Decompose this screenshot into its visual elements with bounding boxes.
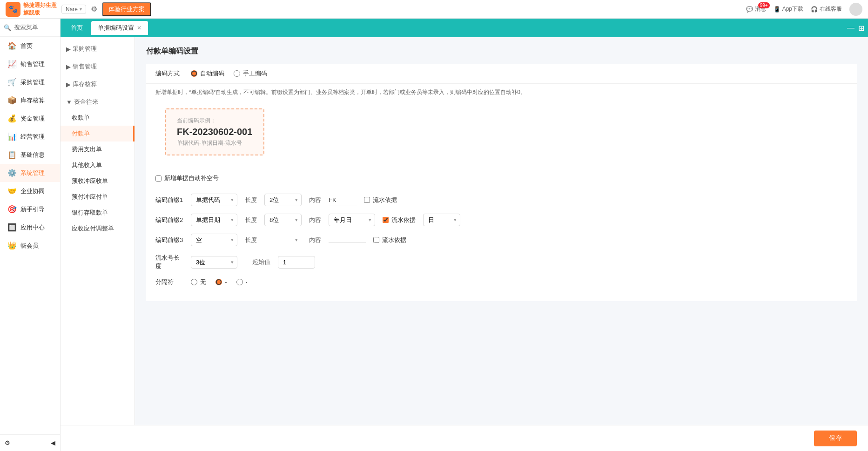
serial-length-select[interactable]: 3位 — [191, 256, 237, 269]
chevron-right-icon: ▶ — [66, 46, 71, 53]
prefix2-select-wrapper: 单据日期 — [191, 214, 237, 226]
save-button[interactable]: 保存 — [814, 431, 857, 446]
sidebar-item-finance[interactable]: 💰 资金管理 — [0, 109, 60, 128]
sub-group-sales-title[interactable]: ▶ 销售管理 — [61, 59, 135, 74]
company-select[interactable]: Nare ▾ — [61, 5, 86, 14]
download-icon: 📱 — [774, 6, 781, 13]
prefix1-stream-label[interactable]: 流水依据 — [364, 196, 397, 204]
prefix1-content-value: FK — [329, 194, 357, 206]
sub-sidebar: ▶ 采购管理 ▶ 销售管理 ▶ 库存核算 — [61, 37, 135, 425]
prefix1-content-label: 内容 — [309, 196, 321, 204]
sidebar-item-guide[interactable]: 🎯 新手引导 — [0, 200, 60, 218]
content-area: ▶ 采购管理 ▶ 销售管理 ▶ 库存核算 — [61, 37, 868, 425]
prefix3-content-label: 内容 — [309, 236, 321, 244]
serial-start-input[interactable] — [278, 256, 315, 269]
sidebar-item-operations[interactable]: 📊 经营管理 — [0, 128, 60, 146]
prefix3-content-value — [329, 237, 366, 242]
manual-encode-radio[interactable] — [234, 70, 240, 77]
prefix2-stream-label[interactable]: 流水依据 — [383, 216, 416, 224]
prefix2-content-select[interactable]: 年月日 — [329, 214, 375, 226]
sub-item-receipt[interactable]: 收款单 — [61, 110, 135, 126]
app-center-icon: 🔲 — [7, 223, 17, 232]
sidebar-item-member[interactable]: 👑 畅会员 — [0, 236, 60, 255]
auto-encode-radio[interactable] — [191, 70, 197, 77]
app-download-item[interactable]: 📱 App下载 — [774, 5, 803, 13]
separator-none-label[interactable]: 无 — [191, 278, 206, 286]
manual-encode-label[interactable]: 手工编码 — [234, 69, 267, 78]
settings-bottom-icon[interactable]: ⚙ — [5, 439, 10, 446]
message-icon: 💬 — [746, 6, 753, 13]
prefix2-length-select-wrapper: 8位 — [264, 214, 302, 226]
prefix2-stream-checkbox[interactable] — [383, 217, 389, 223]
sub-group-purchase-title[interactable]: ▶ 采购管理 — [61, 41, 135, 57]
separator-none-radio[interactable] — [191, 279, 197, 285]
sidebar-item-app-center[interactable]: 🔲 应用中心 — [0, 218, 60, 236]
chevron-right-icon-2: ▶ — [66, 63, 71, 70]
online-service-item[interactable]: 🎧 在线客服 — [811, 5, 842, 13]
search-menu[interactable]: 🔍 搜索菜单 — [0, 19, 60, 37]
prefix2-length-label: 长度 — [245, 216, 257, 224]
sub-group-inventory-title[interactable]: ▶ 库存核算 — [61, 76, 135, 92]
trial-button[interactable]: 体验行业方案 — [102, 2, 151, 16]
prefix1-length-select[interactable]: 2位 — [264, 194, 302, 206]
autofill-checkbox[interactable] — [155, 175, 161, 182]
avatar[interactable] — [849, 3, 862, 16]
code-preview-value: FK-20230602-001 — [177, 127, 252, 137]
prefix3-select[interactable]: 空 — [191, 234, 237, 246]
separator-dot-label[interactable]: · — [236, 278, 248, 286]
sidebar-item-sales[interactable]: 📈 销售管理 — [0, 55, 60, 73]
sub-item-bank[interactable]: 银行存取款单 — [61, 205, 135, 221]
radio-group-encoding: 自动编码 手工编码 — [191, 69, 267, 78]
prefix1-label: 编码前缀1 — [155, 196, 183, 204]
serial-length-select-wrapper: 3位 — [191, 256, 237, 269]
tab-bar-actions: — ⊞ — [847, 24, 864, 33]
company-name: Nare — [66, 6, 78, 13]
prefix1-select-wrapper: 单据代码 — [191, 194, 237, 206]
sidebar-item-system[interactable]: ⚙️ 系统管理 — [0, 164, 60, 182]
code-preview-label: 当前编码示例： — [177, 117, 252, 125]
tab-maximize-icon[interactable]: ⊞ — [858, 24, 864, 33]
separator-dash-radio[interactable] — [215, 279, 222, 285]
sub-item-pre-pay-offset[interactable]: 预付冲应付单 — [61, 189, 135, 205]
sidebar-bottom: ⚙ ◀ — [0, 434, 60, 451]
sub-item-expense[interactable]: 费用支出单 — [61, 141, 135, 157]
tab-close-icon[interactable]: ✕ — [137, 25, 141, 31]
prefix3-stream-checkbox[interactable] — [373, 237, 379, 243]
prefix2-select[interactable]: 单据日期 — [191, 214, 237, 226]
sidebar-item-inventory[interactable]: 📦 库存核算 — [0, 91, 60, 109]
sub-item-adjustment[interactable]: 应收应付调整单 — [61, 221, 135, 236]
prefix3-length-label: 长度 — [245, 236, 257, 244]
tab-minimize-icon[interactable]: — — [847, 24, 855, 32]
tab-home[interactable]: 首页 — [64, 21, 89, 35]
message-badge: 99+ — [758, 2, 770, 8]
prefix3-stream-label[interactable]: 流水依据 — [373, 236, 406, 244]
encoding-type-label: 编码方式 — [155, 69, 180, 78]
autofill-checkbox-label[interactable]: 新增单据自动补空号 — [155, 174, 219, 182]
operations-icon: 📊 — [7, 132, 17, 141]
auto-encode-label[interactable]: 自动编码 — [191, 69, 224, 78]
prefix2-stream-unit-select[interactable]: 日 — [423, 214, 460, 226]
collapse-icon[interactable]: ◀ — [51, 439, 55, 446]
sidebar-item-home[interactable]: 🏠 首页 — [0, 37, 60, 55]
prefix1-stream-checkbox[interactable] — [364, 197, 370, 203]
separator-dash-label[interactable]: - — [215, 278, 227, 286]
prefix3-length-select-wrapper — [264, 234, 302, 246]
serial-start-label: 起始值 — [252, 258, 270, 266]
prefix1-select[interactable]: 单据代码 — [191, 194, 237, 206]
tab-encoding-settings[interactable]: 单据编码设置 ✕ — [91, 21, 148, 35]
sub-group-capital-title[interactable]: ▼ 资金往来 — [61, 94, 135, 110]
sidebar-item-basic-info[interactable]: 📋 基础信息 — [0, 146, 60, 164]
message-item[interactable]: 💬 消息 99+ — [746, 5, 766, 13]
sub-item-other-income[interactable]: 其他收入单 — [61, 157, 135, 173]
prefix3-label: 编码前缀3 — [155, 236, 183, 244]
settings-icon[interactable]: ⚙ — [91, 5, 97, 13]
sidebar-item-purchase[interactable]: 🛒 采购管理 — [0, 73, 60, 91]
sidebar-item-enterprise[interactable]: 🤝 企业协同 — [0, 182, 60, 200]
sub-item-pre-receipt-offset[interactable]: 预收冲应收单 — [61, 173, 135, 189]
sub-item-payment[interactable]: 付款单 — [61, 126, 135, 141]
prefix3-select-wrapper: 空 — [191, 234, 237, 246]
separator-dot-radio[interactable] — [236, 279, 243, 285]
prefix2-length-select[interactable]: 8位 — [264, 214, 302, 226]
encoding-note: 新增单据时，*单据编码*自动生成，不可编辑。前缀设置为部门、业务员等档案类，开单… — [146, 84, 857, 101]
sidebar: 🔍 搜索菜单 🏠 首页 📈 销售管理 🛒 采购管理 📦 库存核算 💰 资金管理 … — [0, 19, 61, 451]
